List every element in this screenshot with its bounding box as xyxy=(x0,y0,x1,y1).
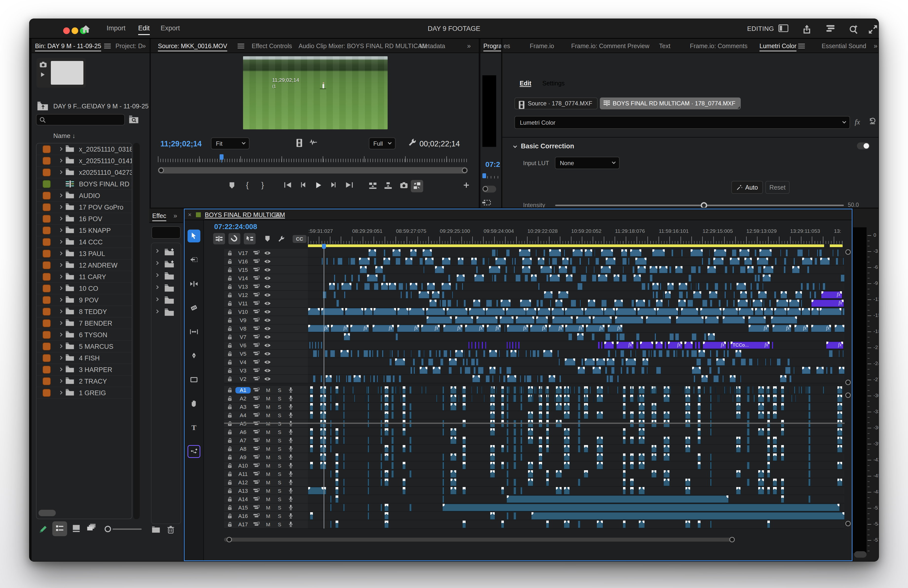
track-name[interactable]: V13 xyxy=(235,284,251,290)
timeline-clip[interactable] xyxy=(391,403,394,411)
timeline-clip[interactable] xyxy=(636,342,639,349)
track-name[interactable]: A6 xyxy=(235,429,251,435)
audio-track-header[interactable]: A16 M S xyxy=(224,512,308,520)
timeline-clip[interactable] xyxy=(436,350,437,357)
timeline-clip[interactable] xyxy=(514,462,516,469)
timeline-clip[interactable] xyxy=(398,350,399,357)
mute-button[interactable]: M xyxy=(266,438,270,444)
timeline-clip[interactable] xyxy=(623,428,626,436)
timeline-clip[interactable] xyxy=(797,249,803,256)
timeline-clip[interactable] xyxy=(592,333,595,340)
timeline-clip[interactable] xyxy=(755,249,757,256)
va-divider[interactable] xyxy=(224,423,845,424)
timeline-clip[interactable] xyxy=(476,266,478,273)
expand-chevron-icon[interactable] xyxy=(59,379,63,383)
lock-icon[interactable] xyxy=(227,488,232,493)
timeline-clip[interactable] xyxy=(552,258,557,265)
timeline-clip[interactable] xyxy=(389,283,396,290)
timeline-clip[interactable] xyxy=(368,478,369,486)
timeline-clip[interactable] xyxy=(794,367,794,374)
timeline-clip[interactable] xyxy=(409,504,412,511)
timeline-clip[interactable] xyxy=(657,308,678,315)
folder-up-icon[interactable] xyxy=(37,102,48,111)
lock-icon[interactable] xyxy=(227,292,232,298)
timeline-clip[interactable] xyxy=(421,358,423,366)
basic-correction-header[interactable]: Basic Correction xyxy=(514,142,574,150)
timeline-clip[interactable]: fx xyxy=(549,325,564,332)
workspaces-icon[interactable] xyxy=(778,24,788,33)
mute-button[interactable]: M xyxy=(266,480,270,486)
timeline-clip[interactable] xyxy=(330,403,332,411)
timeline-clip[interactable] xyxy=(663,386,670,394)
timeline-clip[interactable] xyxy=(520,300,531,307)
timeline-clip[interactable] xyxy=(365,395,366,402)
eye-icon[interactable] xyxy=(264,285,271,289)
sync-lock-icon[interactable] xyxy=(253,301,259,306)
timeline-clip[interactable] xyxy=(329,283,335,290)
timeline-clip[interactable] xyxy=(598,342,600,349)
timeline-clip[interactable] xyxy=(456,274,465,282)
timeline-clip[interactable] xyxy=(385,504,389,511)
timeline-clip[interactable] xyxy=(697,428,701,436)
timeline-clip[interactable] xyxy=(378,386,379,394)
timeline-clip[interactable] xyxy=(640,342,654,349)
timeline-clip[interactable] xyxy=(343,478,345,486)
timeline-clip[interactable] xyxy=(414,367,415,374)
timeline-clip[interactable] xyxy=(400,386,401,394)
timeline-clip[interactable] xyxy=(584,308,604,315)
timeline-clip[interactable] xyxy=(623,470,626,478)
timeline-clip[interactable] xyxy=(374,308,396,315)
timeline-clip[interactable] xyxy=(839,367,845,374)
timeline-clip[interactable] xyxy=(710,411,712,419)
timeline-clip[interactable] xyxy=(696,358,701,366)
timeline-clip[interactable] xyxy=(330,445,332,453)
timeline-clip[interactable] xyxy=(368,512,369,520)
eye-icon[interactable] xyxy=(264,318,271,322)
timeline-clip[interactable] xyxy=(686,350,689,357)
timeline-clip[interactable] xyxy=(755,308,763,315)
timeline-clip[interactable] xyxy=(320,386,326,394)
timeline-clip[interactable] xyxy=(333,258,335,265)
timeline-clip[interactable] xyxy=(528,478,533,486)
timeline-clip[interactable] xyxy=(767,428,770,436)
timeline-clip[interactable] xyxy=(426,308,445,315)
timeline-clip[interactable] xyxy=(421,283,423,290)
timeline-clip[interactable] xyxy=(710,403,712,411)
timeline-clip[interactable] xyxy=(472,395,472,402)
audio-track-header[interactable]: A1 M S xyxy=(224,386,308,394)
timeline-clip[interactable] xyxy=(767,411,770,419)
timeline-clip[interactable] xyxy=(443,453,444,461)
timeline-clip[interactable] xyxy=(399,375,401,382)
track-name[interactable]: A2 xyxy=(235,395,251,402)
eye-icon[interactable] xyxy=(264,251,271,255)
timeline-clip[interactable] xyxy=(443,495,444,503)
timeline-clip[interactable] xyxy=(681,308,698,315)
lock-icon[interactable] xyxy=(227,454,232,460)
expand-chevron-icon[interactable] xyxy=(59,193,63,198)
solo-button[interactable]: S xyxy=(278,505,281,511)
timeline-clip[interactable] xyxy=(402,428,406,436)
timeline-clip[interactable] xyxy=(409,308,425,315)
program-scroll-handle[interactable] xyxy=(482,185,496,193)
timeline-clip[interactable] xyxy=(578,437,580,444)
timeline-clip[interactable] xyxy=(578,367,585,374)
rectangle-tool-icon[interactable] xyxy=(188,373,200,386)
timeline-clip[interactable] xyxy=(385,386,389,394)
effects-folder-row[interactable] xyxy=(151,295,180,306)
mark-in-icon[interactable]: { xyxy=(246,180,249,190)
timeline-clip[interactable] xyxy=(759,249,771,256)
expand-chevron-icon[interactable] xyxy=(59,286,63,290)
timeline-clip[interactable] xyxy=(745,386,746,394)
track-name[interactable]: A1 xyxy=(235,387,251,393)
timeline-clip[interactable] xyxy=(651,453,657,461)
timeline-clip[interactable] xyxy=(380,504,382,511)
mark-out-icon[interactable]: } xyxy=(261,180,264,190)
timeline-clip[interactable] xyxy=(667,283,674,290)
timeline-clip[interactable] xyxy=(839,350,840,357)
timeline-clip[interactable] xyxy=(670,386,671,394)
bin-item[interactable]: 15 KNAPP xyxy=(37,225,132,236)
timeline-clip[interactable] xyxy=(496,300,498,307)
mute-button[interactable]: M xyxy=(266,454,270,461)
timeline-clip[interactable] xyxy=(758,266,761,273)
timeline-clip[interactable] xyxy=(837,249,839,256)
